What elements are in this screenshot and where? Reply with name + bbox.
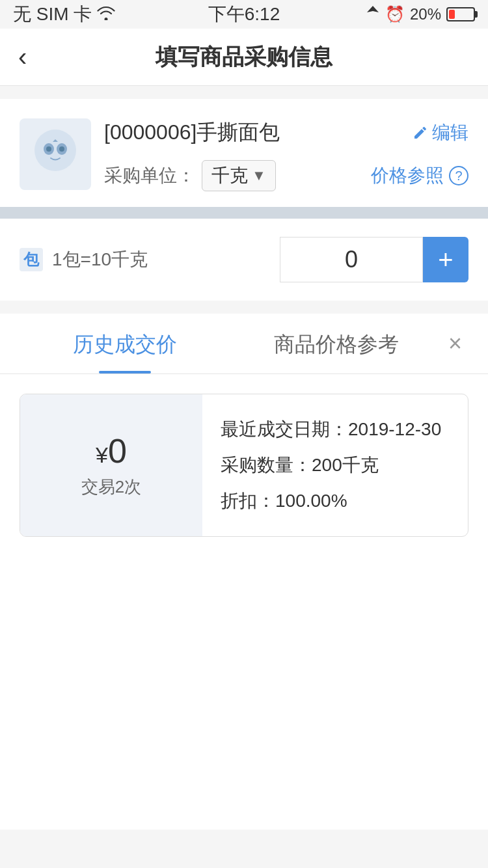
info-icon: ? (449, 166, 468, 185)
unit-row: 采购单位： 千克 ▼ 价格参照 ? (104, 160, 468, 191)
quantity-conversion-text: 1包=10千克 (52, 247, 148, 272)
status-left: 无 SIM 卡 (13, 2, 115, 27)
history-details: 最近成交日期：2019-12-30 采购数量：200千克 折扣：100.00% (202, 394, 468, 536)
tab-price-ref-label: 商品价格参考 (274, 332, 399, 356)
page-title: 填写商品采购信息 (156, 42, 332, 72)
dropdown-icon: ▼ (252, 167, 266, 184)
tabs-header: 历史成交价 商品价格参考 × (0, 314, 488, 374)
product-logo-icon (33, 128, 78, 181)
quantity-plus-button[interactable]: + (423, 237, 468, 282)
wifi-icon (97, 4, 115, 25)
status-time: 下午6:12 (208, 2, 280, 27)
nav-bar: ‹ 填写商品采购信息 (0, 29, 488, 86)
tab-history-price[interactable]: 历史成交价 (20, 314, 230, 373)
product-row: [0000006]手撕面包 编辑 采购单位： 千克 ▼ 价格 (20, 118, 468, 191)
purchase-qty-row: 采购数量：200千克 (221, 452, 450, 478)
quantity-controls: 0 + (280, 237, 468, 282)
price-ref-label: 价格参照 (371, 163, 444, 188)
plus-icon: + (438, 245, 453, 275)
quantity-section: 包 1包=10千克 0 + (0, 219, 488, 301)
purchase-qty-value: 200千克 (312, 455, 379, 475)
unit-select[interactable]: 千克 ▼ (202, 160, 276, 191)
recent-date-row: 最近成交日期：2019-12-30 (221, 416, 450, 442)
trade-count: 交易2次 (81, 476, 141, 498)
history-content: ¥0 交易2次 最近成交日期：2019-12-30 采购数量：200千克 折扣：… (0, 374, 488, 556)
tab-price-ref[interactable]: 商品价格参考 (230, 314, 441, 373)
currency-symbol: ¥ (96, 442, 108, 467)
svg-point-4 (59, 146, 64, 152)
price-value: 0 (108, 432, 127, 470)
edit-icon (413, 125, 428, 141)
unit-value: 千克 (211, 163, 248, 188)
location-icon (366, 5, 380, 24)
tabs-section: 历史成交价 商品价格参考 × ¥0 交易2次 最近成交日期：2019-12-30 (0, 314, 488, 830)
status-right: ⏰ 20% (366, 5, 475, 24)
product-section: [0000006]手撕面包 编辑 采购单位： 千克 ▼ 价格 (0, 99, 488, 207)
discount-label: 折扣： (221, 491, 275, 511)
tab-history-label: 历史成交价 (73, 332, 177, 356)
product-info: [0000006]手撕面包 编辑 采购单位： 千克 ▼ 价格 (104, 118, 468, 191)
price-ref-button[interactable]: 价格参照 ? (371, 163, 468, 188)
battery-percent: 20% (410, 5, 441, 23)
edit-button[interactable]: 编辑 (413, 120, 468, 145)
quantity-input[interactable]: 0 (280, 237, 423, 282)
svg-point-0 (34, 129, 76, 171)
product-image (20, 118, 91, 190)
recent-date-label: 最近成交日期： (221, 419, 348, 439)
quantity-value: 0 (345, 246, 358, 273)
history-card: ¥0 交易2次 最近成交日期：2019-12-30 采购数量：200千克 折扣：… (20, 394, 468, 537)
alarm-icon: ⏰ (385, 5, 405, 23)
history-price-block: ¥0 交易2次 (20, 394, 202, 536)
history-price: ¥0 (96, 431, 127, 470)
purchase-qty-label: 采购数量： (221, 455, 312, 475)
main-content: ¥0 交易2次 最近成交日期：2019-12-30 采购数量：200千克 折扣：… (0, 374, 488, 830)
edit-label: 编辑 (432, 120, 468, 145)
svg-point-3 (46, 146, 51, 152)
carrier-text: 无 SIM 卡 (13, 2, 92, 27)
product-name: [0000006]手撕面包 (104, 118, 280, 147)
battery-icon (446, 7, 475, 21)
product-name-row: [0000006]手撕面包 编辑 (104, 118, 468, 147)
discount-value: 100.00% (275, 491, 347, 511)
unit-label: 采购单位： (104, 163, 195, 188)
quantity-unit-text: 包 (23, 249, 39, 270)
recent-date-value: 2019-12-30 (348, 419, 441, 439)
quantity-label-group: 包 1包=10千克 (20, 247, 148, 272)
back-button[interactable]: ‹ (18, 42, 27, 72)
discount-row: 折扣：100.00% (221, 488, 450, 513)
quantity-unit-badge: 包 (20, 248, 43, 271)
status-bar: 无 SIM 卡 下午6:12 ⏰ 20% (0, 0, 488, 29)
close-icon: × (448, 330, 462, 357)
tabs-close-button[interactable]: × (442, 323, 468, 364)
section-separator (0, 207, 488, 219)
